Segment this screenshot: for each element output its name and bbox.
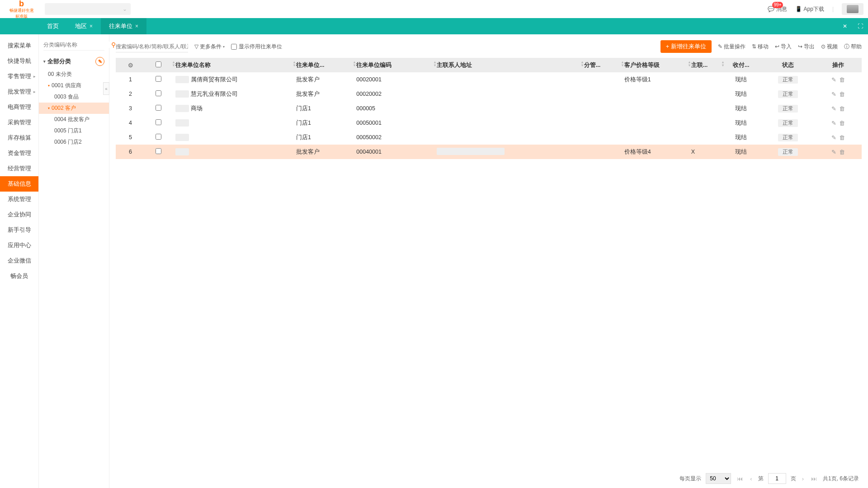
col-name[interactable]: ▴▾往来单位名称 bbox=[172, 58, 292, 72]
tree-node[interactable]: 0003 食品 bbox=[39, 91, 109, 103]
batch-button[interactable]: ✎批量操作 bbox=[718, 43, 745, 51]
sidebar-item[interactable]: 采购管理 bbox=[0, 115, 38, 130]
tree-node[interactable]: ▾0001 供应商 bbox=[39, 80, 109, 91]
search-input[interactable] bbox=[116, 43, 188, 50]
sidebar-item[interactable]: 基础信息 bbox=[0, 176, 38, 192]
sidebar-item[interactable]: 电商管理 bbox=[0, 99, 38, 115]
add-new-button[interactable]: + 新增往来单位 bbox=[660, 40, 712, 53]
tab[interactable]: 地区× bbox=[67, 18, 101, 34]
sidebar-item[interactable]: 库存核算 bbox=[0, 130, 38, 145]
table-row[interactable]: 6 批发客户 00040001 价格等级4 X 现结 正常 ✎🗑 bbox=[116, 145, 862, 159]
table-row[interactable]: 1 属倩商贸有限公司 批发客户 00020001 价格等级1 现结 正常 ✎🗑 bbox=[116, 72, 862, 87]
fullscreen-button[interactable]: ⛶ bbox=[853, 18, 868, 34]
col-mgr[interactable]: ▴▾分管... bbox=[580, 58, 621, 72]
col-code[interactable]: ▴▾往来单位编码 bbox=[353, 58, 433, 72]
pager-next[interactable]: › bbox=[801, 475, 805, 482]
status-badge: 正常 bbox=[778, 76, 798, 84]
select-all-checkbox[interactable] bbox=[156, 61, 161, 67]
pager-prev[interactable]: ‹ bbox=[749, 475, 753, 482]
sidebar-item[interactable]: 系统管理 bbox=[0, 192, 38, 207]
tab[interactable]: 首页 bbox=[39, 18, 67, 34]
delete-icon[interactable]: 🗑 bbox=[839, 120, 845, 127]
page-input[interactable] bbox=[768, 473, 786, 484]
delete-icon[interactable]: 🗑 bbox=[839, 149, 845, 155]
col-gear[interactable]: ⚙ bbox=[116, 58, 145, 72]
tree-node[interactable]: 0006 门店2 bbox=[39, 136, 109, 148]
sidebar-item[interactable]: 快捷导航 bbox=[0, 53, 38, 69]
messages-button[interactable]: 💬 消息 99+ bbox=[768, 5, 787, 13]
tree-node[interactable]: 0004 批发客户 bbox=[39, 114, 109, 125]
cell-status: 正常 bbox=[761, 101, 815, 116]
user-avatar[interactable] bbox=[842, 3, 863, 15]
row-checkbox[interactable] bbox=[156, 76, 161, 82]
show-disabled-checkbox[interactable]: 显示停用往来单位 bbox=[231, 43, 282, 51]
col-contact[interactable]: ▴▾主联... bbox=[688, 58, 721, 72]
tree-node[interactable]: 00 未分类 bbox=[39, 69, 109, 80]
edit-icon[interactable]: ✎ bbox=[831, 91, 836, 98]
tree-root[interactable]: ▾ 全部分类 ✎ bbox=[39, 55, 109, 68]
blurred-text bbox=[175, 134, 189, 141]
sidebar-item[interactable]: 企业微信 bbox=[0, 253, 38, 268]
per-page-select[interactable]: 50 bbox=[706, 473, 731, 484]
table-row[interactable]: 3 商场 门店1 000005 现结 正常 ✎🗑 bbox=[116, 101, 862, 116]
col-price[interactable]: ▴▾客户价格等级 bbox=[621, 58, 688, 72]
delete-icon[interactable]: 🗑 bbox=[839, 76, 845, 83]
row-checkbox[interactable] bbox=[156, 134, 161, 140]
sidebar-item[interactable]: 零售管理▸ bbox=[0, 69, 38, 84]
col-type[interactable]: ▴▾往来单位... bbox=[292, 58, 353, 72]
search-icon[interactable]: ⚲ bbox=[111, 41, 116, 48]
tree-node[interactable]: 0005 门店1 bbox=[39, 125, 109, 136]
tab[interactable]: 往来单位× bbox=[101, 18, 146, 34]
sidebar-item[interactable]: 搜索菜单 bbox=[0, 38, 38, 53]
table-row[interactable]: 5 门店1 00050002 现结 正常 ✎🗑 bbox=[116, 130, 862, 145]
tenant-select[interactable]: ⌄ bbox=[45, 3, 131, 15]
edit-icon[interactable]: ✎ bbox=[831, 76, 836, 83]
blurred-text bbox=[175, 76, 189, 83]
show-disabled-input[interactable] bbox=[231, 44, 237, 50]
edit-icon[interactable]: ✎ bbox=[831, 134, 836, 141]
sidebar-item[interactable]: 畅会员 bbox=[0, 268, 38, 284]
close-all-tabs-button[interactable]: ✕ bbox=[837, 18, 853, 34]
row-checkbox[interactable] bbox=[156, 105, 161, 111]
sidebar-item[interactable]: 应用中心 bbox=[0, 238, 38, 253]
move-button[interactable]: ⇅移动 bbox=[752, 43, 769, 51]
col-status[interactable]: 状态 bbox=[761, 58, 815, 72]
edit-icon[interactable]: ✎ bbox=[831, 105, 836, 112]
export-button[interactable]: ↪导出 bbox=[798, 43, 815, 51]
edit-icon[interactable]: ✎ bbox=[831, 149, 836, 155]
chevron-down-icon: ▾ bbox=[223, 45, 225, 49]
video-button[interactable]: ⊙视频 bbox=[821, 43, 838, 51]
tree-node[interactable]: ▾0002 客户 bbox=[39, 103, 109, 114]
cell-pay: 现结 bbox=[721, 116, 761, 130]
more-filters-button[interactable]: ▽ 更多条件 ▾ bbox=[194, 43, 225, 51]
delete-icon[interactable]: 🗑 bbox=[839, 91, 845, 98]
edit-icon[interactable]: ✎ bbox=[831, 120, 836, 127]
col-checkbox[interactable] bbox=[145, 58, 172, 72]
col-pay[interactable]: ▴▾收付... bbox=[721, 58, 761, 72]
sidebar-item[interactable]: 企业协同 bbox=[0, 207, 38, 222]
delete-icon[interactable]: 🗑 bbox=[839, 105, 845, 112]
close-icon[interactable]: × bbox=[135, 23, 138, 29]
import-button[interactable]: ↩导入 bbox=[775, 43, 792, 51]
delete-icon[interactable]: 🗑 bbox=[839, 134, 845, 141]
pager-last[interactable]: ⏭ bbox=[810, 475, 818, 482]
tree-collapse-toggle[interactable]: « bbox=[103, 82, 109, 95]
table-row[interactable]: 2 慧元乳业有限公司 批发客户 00020002 现结 正常 ✎🗑 bbox=[116, 87, 862, 101]
row-checkbox[interactable] bbox=[156, 90, 161, 96]
sidebar-item[interactable]: 资金管理 bbox=[0, 145, 38, 161]
sidebar-item[interactable]: 新手引导 bbox=[0, 222, 38, 238]
sidebar-item[interactable]: 批发管理▸ bbox=[0, 84, 38, 99]
close-icon[interactable]: × bbox=[90, 23, 93, 29]
row-checkbox[interactable] bbox=[156, 119, 161, 125]
col-addr[interactable]: ▴▾主联系人地址 bbox=[433, 58, 580, 72]
tree-edit-button[interactable]: ✎ bbox=[95, 57, 104, 66]
help-button[interactable]: ⓘ帮助 bbox=[844, 43, 862, 51]
pager-first[interactable]: ⏮ bbox=[736, 475, 744, 482]
avatar-icon bbox=[847, 5, 859, 13]
divider: | bbox=[832, 6, 834, 12]
row-checkbox[interactable] bbox=[156, 148, 161, 154]
app-download-button[interactable]: 📱 App下载 bbox=[795, 5, 824, 13]
table-row[interactable]: 4 门店1 00050001 现结 正常 ✎🗑 bbox=[116, 116, 862, 130]
tree-search-input[interactable] bbox=[43, 42, 111, 48]
sidebar-item[interactable]: 经营管理 bbox=[0, 161, 38, 176]
